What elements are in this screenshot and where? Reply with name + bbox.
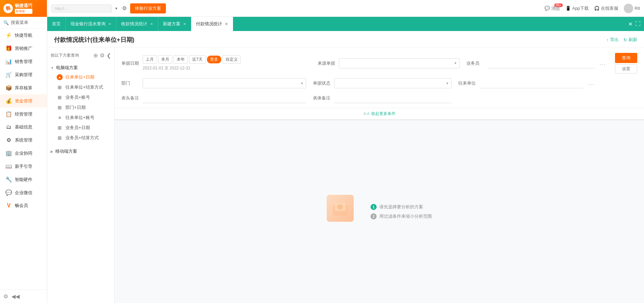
- tab-home[interactable]: 首页: [47, 17, 66, 31]
- collapse-sidebar-icon[interactable]: ◀◀: [11, 293, 20, 300]
- sidebar-item-system[interactable]: ⚙ 系统管理: [0, 133, 47, 147]
- scheme-section-mobile-header[interactable]: ▶ 移动端方案: [47, 147, 114, 156]
- date-options-row: 上月 本月 本年 近7天 更多 自定义: [143, 55, 241, 64]
- tab-income-stats-close[interactable]: ✕: [150, 22, 153, 26]
- sidebar-item-label: 畅会员: [15, 203, 28, 209]
- tab-payment-stats-close[interactable]: ✕: [225, 22, 228, 26]
- tab-new-scheme[interactable]: 新建方案 ✕: [158, 17, 191, 31]
- tab-bank-flow[interactable]: 现金银行流水查询 ✕: [66, 17, 116, 31]
- sidebar-item-finance[interactable]: 💰 资金管理: [0, 94, 47, 108]
- empty-state: 1 请先选择要分析的方案 2 用过滤条件来缩小分析范围: [115, 120, 644, 303]
- scheme-item-salesman-settlement[interactable]: ⊞ 业务员+结算方式: [47, 133, 114, 143]
- search-icon: 🔍: [3, 20, 9, 25]
- refresh-btn[interactable]: ↻ 刷新: [623, 37, 637, 43]
- date-option-custom[interactable]: 自定义: [223, 55, 241, 64]
- message-icon: 💬: [545, 6, 550, 11]
- bar-icon: ≡: [57, 115, 63, 120]
- sidebar-item-sales[interactable]: 📊 销售管理: [0, 55, 47, 68]
- settings-filter-btn[interactable]: 设置: [615, 64, 637, 73]
- sidebar-item-marketing[interactable]: 🎁 营销推广: [0, 42, 47, 55]
- desktop-arrow-icon: ▼: [51, 66, 54, 70]
- collapse-label: 收起更多条件: [371, 111, 396, 116]
- header-remark-input[interactable]: [143, 93, 306, 103]
- tab-close-all-icon[interactable]: ✕: [628, 21, 633, 27]
- scheme-item-counterpart-date[interactable]: ● 往来单位+日期: [47, 72, 114, 82]
- user-avatar-btn[interactable]: Rit: [624, 4, 640, 13]
- sidebar-item-guide[interactable]: 📖 新手引导: [0, 160, 47, 173]
- salesman-input[interactable]: [488, 58, 595, 68]
- date-label: 单据日期: [121, 60, 140, 66]
- scheme-item-dept-date[interactable]: ⊞ 部门+日期: [47, 102, 114, 113]
- tab-new-scheme-close[interactable]: ✕: [183, 22, 186, 26]
- scheme-item-label: 业务员+结算方式: [65, 135, 99, 141]
- sidebar-item-hardware[interactable]: 🔧 智能硬件: [0, 173, 47, 186]
- messages-btn[interactable]: 💬 消息 99+: [545, 5, 560, 11]
- date-option-this-year[interactable]: 本年: [174, 55, 188, 64]
- tab-income-stats[interactable]: 收款情况统计 ✕: [116, 17, 158, 31]
- enterprise-icon: 🏢: [5, 150, 12, 156]
- collapse-btn[interactable]: ∧∧ 收起更多条件: [115, 108, 644, 119]
- topbar-settings-icon[interactable]: ⚙: [122, 5, 127, 11]
- sidebar-item-purchase[interactable]: 🛒 采购管理: [0, 68, 47, 81]
- sidebar-item-member[interactable]: V 畅会员: [0, 199, 47, 212]
- sidebar-item-label: 营销推广: [15, 46, 32, 52]
- inventory-icon: 📦: [5, 85, 12, 91]
- date-option-this-month[interactable]: 本月: [158, 55, 172, 64]
- tabs-controls: ✕ ⛶: [625, 17, 644, 31]
- trial-btn[interactable]: 体验行业方案: [130, 3, 166, 13]
- date-option-more[interactable]: 更多: [207, 56, 221, 63]
- counterpart-dots-btn[interactable]: ...: [586, 80, 597, 87]
- settings-scheme-icon[interactable]: ⚙: [100, 52, 105, 59]
- source-select[interactable]: ▾: [339, 58, 460, 68]
- address-dropdown[interactable]: ▾: [115, 6, 117, 11]
- scheme-item-salesman-account[interactable]: ⊞ 业务员+账号: [47, 92, 114, 102]
- sidebar-item-label: 智能硬件: [15, 177, 32, 183]
- scheme-active-icon: ●: [57, 74, 63, 80]
- sidebar-item-operation[interactable]: 📋 经营管理: [0, 108, 47, 121]
- scheme-item-counterpart-account[interactable]: ≡ 往来单位+账号: [47, 113, 114, 123]
- tab-bank-flow-close[interactable]: ✕: [108, 22, 111, 26]
- scheme-section-desktop-header[interactable]: ▼ 电脑端方案: [47, 63, 114, 72]
- standard-badge: 标准版: [15, 9, 32, 14]
- date-option-7days[interactable]: 近7天: [189, 55, 206, 64]
- counterpart-input[interactable]: [479, 78, 584, 88]
- add-scheme-icon[interactable]: ⊕: [93, 52, 98, 59]
- dept-select[interactable]: ▾: [143, 78, 306, 88]
- sidebar-item-inventory[interactable]: 📦 库存核算: [0, 81, 47, 94]
- date-option-last-month[interactable]: 上月: [143, 55, 157, 64]
- body-remark-input[interactable]: [334, 93, 451, 103]
- salesman-dots-btn[interactable]: ...: [598, 60, 608, 67]
- sidebar-header: 畅 畅捷通巧 标准版: [0, 0, 47, 17]
- query-btn[interactable]: 查询: [615, 53, 637, 63]
- filter-group-body-remark: 表体备注: [313, 93, 451, 103]
- collapse-scheme-icon[interactable]: ❮: [107, 52, 111, 59]
- sidebar-item-basic-info[interactable]: 🗂 基础信息: [0, 121, 47, 133]
- operation-icon: 📋: [5, 111, 12, 117]
- page-header-actions: ↑ 导出 ↻ 刷新: [607, 37, 638, 43]
- scheme-item-counterpart-settlement[interactable]: ⊞ 往来单位+结算方式: [47, 82, 114, 92]
- filter-group-dept: 部门 ▾: [121, 78, 306, 88]
- sidebar-item-quick-nav[interactable]: ⚡ 快捷导航: [0, 29, 47, 42]
- salesman-label: 业务员: [466, 60, 485, 66]
- sales-icon: 📊: [5, 58, 12, 65]
- export-btn[interactable]: ↑ 导出: [607, 37, 619, 43]
- sidebar-item-enterprise[interactable]: 🏢 企业协同: [0, 147, 47, 160]
- settings-footer-icon[interactable]: ⚙: [3, 293, 8, 300]
- tabs-spacer: [233, 17, 625, 31]
- empty-hints: 1 请先选择要分析的方案 2 用过滤条件来缩小分析范围: [371, 204, 432, 219]
- filter-group-salesman: 业务员 ...: [466, 58, 608, 68]
- search-menu-item[interactable]: 🔍 搜索菜单: [0, 17, 47, 29]
- doc-status-select[interactable]: ▾: [334, 78, 451, 88]
- sidebar-item-label: 销售管理: [15, 59, 32, 65]
- tab-payment-stats[interactable]: 付款情况统计 ✕: [191, 17, 233, 31]
- tab-expand-icon[interactable]: ⛶: [635, 21, 641, 27]
- scheme-item-salesman-date[interactable]: ⊞ 业务员+日期: [47, 123, 114, 133]
- date-range-text: 2022-01-01 至 2022-12-31: [143, 65, 241, 71]
- scheme-item-label: 往来单位+账号: [65, 115, 94, 121]
- app-download-btn[interactable]: 📱 App下载: [565, 5, 589, 11]
- address-bar: http://...: [51, 4, 112, 12]
- tab-bank-flow-label: 现金银行流水查询: [70, 21, 106, 27]
- refresh-icon: ↻: [623, 37, 627, 42]
- sidebar-item-wechat[interactable]: 💬 企业微信: [0, 186, 47, 199]
- online-service-btn[interactable]: 🎧 在线客服: [594, 5, 618, 11]
